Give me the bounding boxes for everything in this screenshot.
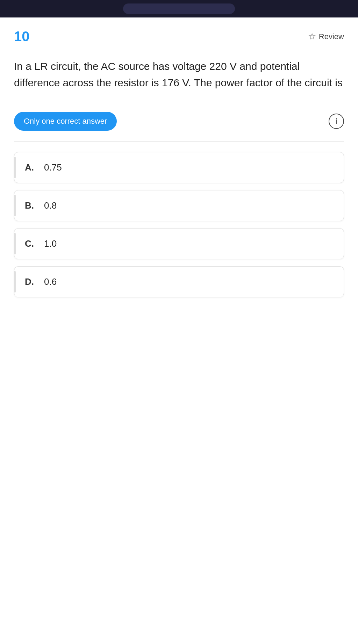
- option-value-1: 0.8: [44, 200, 57, 211]
- star-icon: ☆: [308, 31, 316, 42]
- options-list: A.0.75B.0.8C.1.0D.0.6: [14, 152, 344, 297]
- option-card-0[interactable]: A.0.75: [14, 152, 344, 183]
- option-value-3: 0.6: [44, 276, 57, 287]
- option-card-1[interactable]: B.0.8: [14, 190, 344, 221]
- content-area: 10 ☆ Review In a LR circuit, the AC sour…: [0, 17, 358, 311]
- answer-type-row: Only one correct answer i: [14, 112, 344, 131]
- question-number: 10: [14, 29, 30, 44]
- option-value-2: 1.0: [44, 238, 57, 249]
- divider: [14, 141, 344, 142]
- option-label-1: B.: [25, 200, 44, 211]
- option-card-3[interactable]: D.0.6: [14, 266, 344, 297]
- top-bar-inner: [123, 3, 235, 14]
- answer-type-badge: Only one correct answer: [14, 112, 117, 131]
- option-label-0: A.: [25, 162, 44, 173]
- question-text: In a LR circuit, the AC source has volta…: [14, 58, 344, 91]
- info-icon[interactable]: i: [329, 114, 344, 129]
- info-icon-symbol: i: [336, 117, 337, 126]
- top-bar: [0, 0, 358, 17]
- option-card-2[interactable]: C.1.0: [14, 228, 344, 259]
- option-label-3: D.: [25, 276, 44, 287]
- review-button[interactable]: ☆ Review: [308, 31, 344, 42]
- review-label: Review: [319, 32, 344, 41]
- option-label-2: C.: [25, 238, 44, 249]
- option-value-0: 0.75: [44, 162, 62, 173]
- question-header: 10 ☆ Review: [14, 29, 344, 44]
